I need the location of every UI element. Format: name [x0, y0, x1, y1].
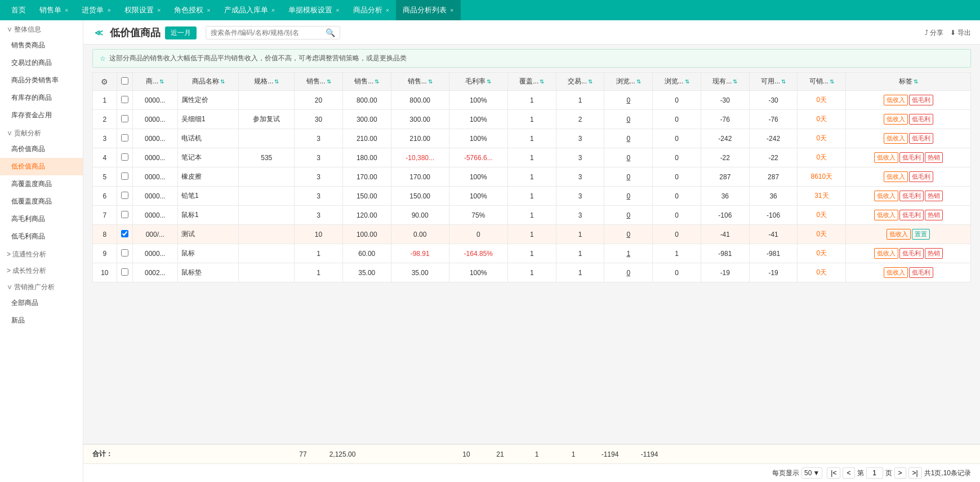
sidebar-item-traded-products[interactable]: 交易过的商品 [0, 54, 83, 72]
row-checkbox-cell[interactable] [117, 263, 132, 282]
sidebar-item-category-sales[interactable]: 商品分类销售率 [0, 72, 83, 89]
row-checkbox[interactable] [121, 134, 128, 141]
nav-product-analysis[interactable]: 商品分析 × [346, 0, 396, 20]
page-number-input[interactable] [866, 467, 883, 479]
sidebar-item-sales-products[interactable]: 销售类商品 [0, 37, 83, 54]
col-code[interactable]: 商...⇅ [132, 73, 177, 91]
browse-link[interactable]: 0 [626, 173, 630, 181]
sidebar-group-circulation[interactable]: > 流通性分析 [0, 245, 83, 262]
browse-link[interactable]: 0 [626, 269, 630, 277]
row-checkbox-cell[interactable] [117, 244, 132, 263]
close-icon[interactable]: × [386, 7, 389, 14]
sidebar-item-new-products[interactable]: 新品 [0, 312, 83, 329]
first-page-button[interactable]: |< [827, 467, 840, 479]
sidebar-item-all-products[interactable]: 全部商品 [0, 294, 83, 312]
row-checkbox-cell[interactable] [117, 129, 132, 148]
row-checkbox-cell[interactable] [117, 225, 132, 244]
row-checkbox[interactable] [121, 153, 128, 161]
browse-link[interactable]: 0 [626, 116, 630, 123]
row-checkbox-cell[interactable] [117, 187, 132, 206]
sidebar-item-stocked-products[interactable]: 有库存的商品 [0, 89, 83, 107]
search-input[interactable] [211, 29, 323, 37]
row-stock1: 36 [701, 187, 749, 206]
browse-link[interactable]: 0 [626, 96, 630, 104]
sidebar-item-high-profit[interactable]: 高毛利商品 [0, 210, 83, 228]
search-icon[interactable]: 🔍 [326, 28, 335, 37]
row-checkbox-cell[interactable] [117, 91, 132, 110]
sidebar-item-high-value[interactable]: 高价值商品 [0, 140, 83, 158]
sidebar-item-low-coverage[interactable]: 低覆盖度商品 [0, 193, 83, 210]
row-sales3: 800.00 [391, 91, 449, 110]
col-sales3[interactable]: 销售...⇅ [391, 73, 449, 91]
last-page-button[interactable]: >| [908, 467, 922, 479]
close-icon[interactable]: × [336, 7, 339, 14]
browse-link[interactable]: 0 [626, 192, 630, 200]
nav-roles[interactable]: 角色授权 × [167, 0, 217, 20]
close-icon[interactable]: × [271, 7, 275, 14]
col-trade[interactable]: 交易...⇅ [556, 73, 604, 91]
row-checkbox[interactable] [121, 230, 128, 237]
col-settings[interactable]: ⚙ [93, 73, 117, 91]
prev-page-button[interactable]: < [843, 467, 854, 479]
browse-link[interactable]: 0 [626, 135, 630, 143]
col-checkbox[interactable] [117, 73, 132, 91]
row-browse1: 0 [604, 110, 653, 129]
close-icon[interactable]: × [107, 7, 110, 14]
row-checkbox-cell[interactable] [117, 167, 132, 187]
col-stock2[interactable]: 可用...⇅ [749, 73, 798, 91]
nav-product-analysis-list[interactable]: 商品分析列表 × [396, 0, 460, 20]
row-index: 9 [93, 244, 117, 263]
row-checkbox[interactable] [121, 211, 128, 218]
sidebar-group-contribution[interactable]: ∨ 贡献分析 [0, 124, 83, 140]
close-icon[interactable]: × [65, 7, 68, 14]
sidebar-item-high-coverage[interactable]: 高覆盖度商品 [0, 175, 83, 193]
col-browse1[interactable]: 浏览...⇅ [604, 73, 653, 91]
row-checkbox[interactable] [121, 96, 128, 103]
sidebar-group-overall[interactable]: ∨ 整体信息 [0, 20, 83, 37]
col-browse2[interactable]: 浏览...⇅ [653, 73, 701, 91]
next-page-button[interactable]: > [894, 467, 906, 479]
browse-link[interactable]: 0 [626, 231, 630, 238]
sidebar-group-marketing[interactable]: ∨ 营销推广分析 [0, 278, 83, 294]
col-tags[interactable]: 标签⇅ [846, 73, 971, 91]
nav-finished-goods[interactable]: 产成品入库单 × [217, 0, 282, 20]
row-checkbox[interactable] [121, 192, 128, 199]
col-spec[interactable]: 规格...⇅ [239, 73, 295, 91]
close-icon[interactable]: × [207, 7, 210, 14]
sidebar-item-low-profit[interactable]: 低毛利商品 [0, 228, 83, 245]
export-button[interactable]: ⬇ 导出 [950, 28, 971, 38]
row-checkbox[interactable] [121, 249, 128, 257]
sidebar-item-stock-capital[interactable]: 库存资金占用 [0, 107, 83, 124]
select-all-checkbox[interactable] [121, 77, 128, 85]
nav-permissions[interactable]: 权限设置 × [118, 0, 167, 20]
browse-link[interactable]: 0 [626, 154, 630, 162]
col-stock1[interactable]: 现有...⇅ [701, 73, 749, 91]
col-sales1[interactable]: 销售...⇅ [295, 73, 343, 91]
nav-sales[interactable]: 销售单 × [33, 0, 75, 20]
sidebar-item-low-value[interactable]: 低价值商品 [0, 158, 83, 175]
col-name[interactable]: 商品名称⇅ [178, 73, 239, 91]
nav-purchase[interactable]: 进货单 × [75, 0, 117, 20]
close-icon[interactable]: × [157, 7, 161, 14]
col-sales2[interactable]: 销售...⇅ [342, 73, 391, 91]
filter-button[interactable]: 近一月 [165, 26, 197, 39]
close-icon[interactable]: × [450, 7, 453, 14]
row-checkbox-cell[interactable] [117, 206, 132, 225]
browse-link[interactable]: 0 [626, 211, 630, 219]
sidebar-group-growth[interactable]: > 成长性分析 [0, 262, 83, 278]
page-size-select[interactable]: 50 ▼ [801, 467, 822, 479]
nav-template-settings[interactable]: 单据模板设置 × [282, 0, 346, 20]
row-checkbox[interactable] [121, 173, 128, 180]
col-coverage[interactable]: 覆盖...⇅ [507, 73, 556, 91]
row-checkbox[interactable] [121, 268, 128, 276]
collapse-button[interactable]: ≪ [92, 28, 105, 37]
row-checkbox-cell[interactable] [117, 148, 132, 167]
row-checkbox[interactable] [121, 115, 128, 122]
col-stock3[interactable]: 可销...⇅ [798, 73, 846, 91]
col-margin[interactable]: 毛利率⇅ [449, 73, 507, 91]
row-stock1: -76 [701, 110, 749, 129]
share-button[interactable]: ⤴ 分享 [925, 28, 943, 38]
row-checkbox-cell[interactable] [117, 110, 132, 129]
nav-home[interactable]: 首页 [5, 0, 33, 20]
browse-link[interactable]: 1 [626, 250, 630, 258]
